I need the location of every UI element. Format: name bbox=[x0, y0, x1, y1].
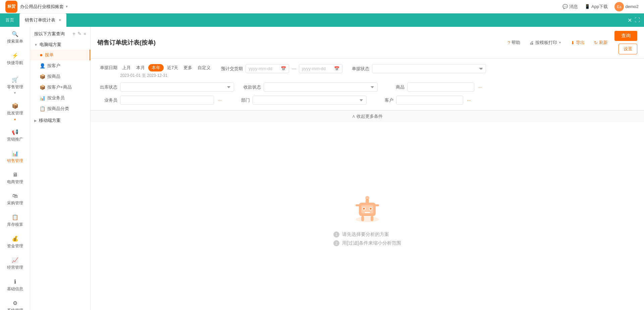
tab-close-icon[interactable]: × bbox=[59, 18, 61, 22]
page-header: 销售订单统计表(按单) ? 帮助 🖨 按模板打印 ▼ ⬇ 导出 bbox=[91, 27, 644, 59]
delivery-status-select[interactable] bbox=[120, 83, 234, 92]
filter-row-1: 单据日期 上月 本月 本年 近7天 更多 自定义 2023-01-01 至 20… bbox=[97, 64, 637, 79]
empty-state: 1 请先选择要分析的方案 2 用[过滤]条件来缩小分析范围 bbox=[91, 122, 644, 310]
svg-rect-7 bbox=[365, 212, 370, 213]
goods-more-btn[interactable]: ··· bbox=[477, 83, 483, 91]
workspace-selector[interactable]: 办公用品行业模拟账套 ▼ bbox=[20, 4, 68, 10]
customer-more-btn[interactable]: ··· bbox=[466, 96, 472, 104]
panel-item-by-customer-goods[interactable]: 📦 按客户+商品 bbox=[30, 82, 90, 93]
customer-input[interactable] bbox=[396, 96, 463, 105]
add-scheme-btn[interactable]: + bbox=[72, 31, 75, 37]
panel-item-by-salesperson[interactable]: 📊 按业务员 bbox=[30, 93, 90, 103]
status-label: 单据状态 bbox=[349, 66, 369, 72]
hint-num-2: 2 bbox=[333, 240, 339, 246]
svg-point-13 bbox=[365, 196, 369, 200]
wholesale-icon: 📦 bbox=[12, 103, 18, 109]
payment-status-select[interactable] bbox=[264, 83, 378, 92]
shortcut-custom[interactable]: 自定义 bbox=[196, 64, 213, 71]
panel-item-by-category[interactable]: 📋 按商品分类 bbox=[30, 103, 90, 114]
date-range-display: 2023-01-01 至 2023-12-31 bbox=[97, 73, 213, 79]
panel-item-by-order[interactable]: ● 按单 bbox=[30, 50, 90, 60]
sidebar-item-system[interactable]: ⚙ 系统管理 bbox=[0, 296, 30, 310]
status-select[interactable] bbox=[372, 64, 486, 73]
sales-icon: 📊 bbox=[12, 150, 18, 157]
shortcut-more[interactable]: 更多 bbox=[181, 64, 194, 71]
sidebar-item-search[interactable]: 🔍 搜索菜单 bbox=[0, 27, 30, 48]
sidebar: 🔍 搜索菜单 ⚡ 快捷导航 🛒 零售管理 ▼ 📦 批发管理 ▲ 📢 营销推广 📊… bbox=[0, 27, 30, 310]
search-icon: 🔍 bbox=[12, 31, 18, 37]
sidebar-item-business[interactable]: 📈 经营管理 bbox=[0, 253, 30, 274]
refresh-btn[interactable]: ↻ 刷新 bbox=[591, 38, 610, 47]
help-btn[interactable]: ? 帮助 bbox=[505, 38, 523, 47]
window-maximize-btn[interactable]: ⛶ bbox=[635, 17, 640, 23]
header-right-group: 查询 设置 bbox=[614, 31, 637, 54]
expected-date-end-input[interactable]: yyyy-mm-dd 📅 bbox=[299, 64, 342, 73]
date-label: 单据日期 bbox=[97, 65, 117, 71]
filter-dept: 部门 bbox=[230, 96, 367, 105]
page-title: 销售订单统计表(按单) bbox=[97, 39, 156, 47]
sidebar-item-purchase[interactable]: 🛍 采购管理 bbox=[0, 189, 30, 210]
empty-hints: 1 请先选择要分析的方案 2 用[过滤]条件来缩小分析范围 bbox=[333, 231, 401, 246]
purchase-icon: 🛍 bbox=[12, 193, 18, 199]
panel-item-by-goods[interactable]: 📦 按商品 bbox=[30, 71, 90, 82]
empty-hint-2: 2 用[过滤]条件来缩小分析范围 bbox=[333, 240, 401, 246]
sidebar-item-sales[interactable]: 📊 销售管理 bbox=[0, 146, 30, 168]
by-customer-icon: 👤 bbox=[40, 63, 45, 68]
sidebar-item-ecommerce[interactable]: 🖥 电商管理 bbox=[0, 168, 30, 189]
by-category-icon: 📋 bbox=[40, 106, 45, 111]
panel-section-pc-title[interactable]: ▼ 电脑端方案 bbox=[30, 40, 90, 50]
ecommerce-icon: 🖥 bbox=[12, 172, 18, 178]
expected-date-start-input[interactable]: yyyy-mm-dd 📅 bbox=[246, 64, 289, 73]
export-icon: ⬇ bbox=[571, 40, 575, 45]
sidebar-item-basic-info[interactable]: ℹ 基础信息 bbox=[0, 274, 30, 296]
date-shortcut-group: 上月 本月 本年 近7天 更多 自定义 bbox=[120, 64, 213, 71]
empty-illustration bbox=[347, 186, 387, 226]
marketing-icon: 📢 bbox=[12, 129, 18, 135]
panel-section-mobile-title[interactable]: ▶ 移动端方案 bbox=[30, 115, 90, 125]
system-icon: ⚙ bbox=[13, 300, 17, 306]
sidebar-item-retail[interactable]: 🛒 零售管理 ▼ bbox=[0, 72, 30, 99]
set-button[interactable]: 设置 bbox=[619, 44, 637, 54]
tab-home[interactable]: 首页 bbox=[0, 13, 19, 27]
window-close-btn[interactable]: ✕ bbox=[628, 17, 632, 23]
quicknav-icon: ⚡ bbox=[12, 52, 18, 59]
left-panel-header-icons: + ✎ « bbox=[72, 31, 86, 37]
salesperson-more-btn[interactable]: ··· bbox=[217, 96, 223, 104]
collapse-bar[interactable]: ∧ 收起更多条件 bbox=[91, 110, 644, 122]
edit-scheme-btn[interactable]: ✎ bbox=[77, 31, 82, 37]
dept-select[interactable] bbox=[253, 96, 367, 105]
app-download-btn[interactable]: 📱 App下载 bbox=[585, 4, 608, 10]
sidebar-item-wholesale[interactable]: 📦 批发管理 ▲ bbox=[0, 99, 30, 125]
sidebar-item-finance[interactable]: 💰 资金管理 bbox=[0, 231, 30, 253]
query-button[interactable]: 查询 bbox=[614, 31, 637, 41]
topbar: 标贸 办公用品行业模拟账套 ▼ 💬 消息 📱 App下载 Ea demo2 bbox=[0, 0, 644, 13]
user-menu[interactable]: Ea demo2 bbox=[614, 2, 639, 11]
message-btn[interactable]: 💬 消息 bbox=[562, 4, 578, 10]
shortcut-this-month[interactable]: 本月 bbox=[134, 64, 147, 71]
sidebar-item-inventory[interactable]: 📋 库存核算 bbox=[0, 210, 30, 231]
print-btn[interactable]: 🖨 按模板打印 ▼ bbox=[527, 38, 564, 47]
shortcut-last-month[interactable]: 上月 bbox=[120, 64, 133, 71]
panel-item-by-customer[interactable]: 👤 按客户 bbox=[30, 60, 90, 71]
left-panel-header: 按以下方案查询 + ✎ « bbox=[30, 31, 90, 40]
shortcut-this-year[interactable]: 本年 bbox=[148, 64, 164, 71]
calendar-icon-end: 📅 bbox=[334, 66, 339, 71]
sidebar-item-quicknav[interactable]: ⚡ 快捷导航 bbox=[0, 48, 30, 70]
filter-customer: 客户 ··· bbox=[373, 96, 472, 105]
sidebar-item-marketing[interactable]: 📢 营销推广 bbox=[0, 125, 30, 146]
shortcut-last-7-days[interactable]: 近7天 bbox=[165, 64, 180, 71]
panel-section-pc: ▼ 电脑端方案 ● 按单 👤 按客户 📦 按商品 📦 按客户+商品 📊 按业 bbox=[30, 40, 90, 114]
content-area: 销售订单统计表(按单) ? 帮助 🖨 按模板打印 ▼ ⬇ 导出 bbox=[91, 27, 644, 310]
basic-info-icon: ℹ bbox=[14, 278, 16, 285]
topbar-left: 标贸 办公用品行业模拟账套 ▼ bbox=[5, 1, 68, 13]
svg-point-6 bbox=[370, 208, 372, 210]
salesperson-input[interactable] bbox=[120, 96, 214, 105]
message-icon: 💬 bbox=[562, 4, 568, 9]
collapse-panel-btn[interactable]: « bbox=[84, 31, 86, 37]
goods-input[interactable] bbox=[407, 83, 474, 92]
left-panel: 按以下方案查询 + ✎ « ▼ 电脑端方案 ● 按单 👤 按客户 📦 bbox=[30, 27, 91, 310]
retail-icon: 🛒 bbox=[12, 76, 18, 83]
customer-label: 客户 bbox=[373, 97, 393, 103]
tab-sales-order[interactable]: 销售订单统计表 × bbox=[19, 13, 66, 27]
export-btn[interactable]: ⬇ 导出 bbox=[568, 38, 587, 47]
